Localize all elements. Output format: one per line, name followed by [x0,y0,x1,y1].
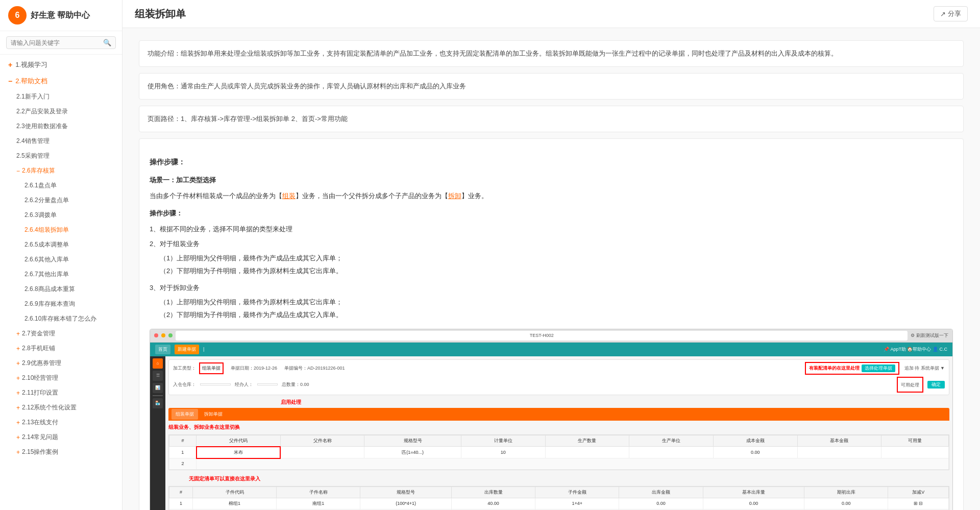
role-block: 使用角色：通常由生产人员或库管人员完成拆装业务的操作，库管人员确认原材料的出库和… [139,73,964,100]
confirm-btn[interactable]: 确定 [927,381,945,388]
store-icon: 🏪 [155,399,160,407]
ops-title: 操作步骤： [150,155,953,169]
app-sidebar-icon2: ☰ [153,371,163,381]
share-icon: ↗ [940,10,946,18]
collapse-icon: − [8,77,12,85]
path-text: 页面路径：1、库存核算->库存管理->组装拆卸单 2、首页->常用功能 [148,115,348,123]
home-icon: ⌂ [157,359,159,367]
sidebar-item-210[interactable]: +2.10经营管理 [0,371,122,385]
share-button[interactable]: ↗ 分享 [934,6,968,21]
th-cost: 成本金额 [713,435,797,447]
td-prod-unit [629,447,714,458]
td-cost: 0.00 [713,447,797,458]
main-area: 组装拆卸单 ↗ 分享 功能介绍：组装拆卸单用来处理企业组装或拆卸等加工业务，支持… [122,0,980,510]
sidebar-item-266[interactable]: 2.6.6其他入库单 [0,252,122,267]
sidebar-item-24[interactable]: 2.4销售管理 [0,134,122,149]
sidebar-item-261[interactable]: 2.6.1盘点单 [0,178,122,193]
sidebar-item-265[interactable]: 2.6.5成本调整单 [0,237,122,252]
minimize-btn-icon [161,333,165,337]
browser-controls: ⚙ 刷新测试版一下 [911,331,948,340]
sub-th-num: # [169,487,193,498]
app-nav-home: 首页 [155,345,170,354]
sidebar-item-25[interactable]: 2.5采购管理 [0,149,122,163]
sub-td-subamt: 1+4+ [535,498,619,509]
sub-td-initout: 0.00 [804,498,888,509]
sidebar-item-212[interactable]: +2.12系统个性化设置 [0,400,122,415]
form-warehouse-row: 入仓仓库： 经办人： 总数量：0.00 可用处理 确定 [173,377,945,393]
app-nav-right: 📌 AppT助 🏠帮助中心 👤 C.C [884,345,947,354]
sidebar-item-28[interactable]: +2.8手机旺铺 [0,341,122,356]
sub-table-header-row: # 子件代码 子件名称 规格型号 出库数量 子件金额 出库金额 基本出库量 [169,487,949,498]
sidebar-item-docs[interactable]: − 2.帮助文档 [0,73,122,89]
annotation3-text: 启用处理 [281,397,301,407]
search-input[interactable] [11,39,103,46]
sub-td-addsub: ⊞ ⊟ [888,498,949,509]
sub-th-subamt: 子件金额 [535,487,619,498]
sub-th-name: 子件名称 [277,487,360,498]
sidebar-item-29[interactable]: +2.9优惠券管理 [0,356,122,371]
scenario1-desc: 当由多个子件材料组装成一个成品的业务为【组装】业务，当由一个父件拆分成多个子产品… [150,190,953,203]
th-spec: 规格型号 [364,435,461,447]
sidebar-item-26[interactable]: −2.6库存核算 [0,163,122,178]
step2-2: （2）下部明细为子件明细，最终作为原材料生成其它出库单。 [150,265,953,278]
sub-th-code: 子件代码 [192,487,276,498]
page-title: 组装拆卸单 [135,7,186,21]
table-row: 1 米布 匹(1=40...) 10 0.00 [169,447,949,458]
sidebar-item-22[interactable]: 2.2产品安装及登录 [0,104,122,119]
form-type-value: 组装单据 [199,362,224,374]
screenshot: TEST-H002 ⚙ 刷新测试版一下 首页 新建单据 | 📌 AppT助 🏠帮… [150,329,953,510]
sidebar-item-263[interactable]: 2.6.3调拨单 [0,208,122,223]
annotation4-row: 无固定清单可以直接在这里录入 [168,472,949,485]
sidebar-item-211[interactable]: +2.11打印设置 [0,385,122,400]
sidebar-item-214[interactable]: +2.14常见问题 [0,430,122,445]
sidebar-item-213[interactable]: +2.13在线支付 [0,415,122,430]
td-available [881,447,949,458]
tab-assembly[interactable]: 组装单据 [172,409,198,420]
sidebar-item-video[interactable]: + 1.视频学习 [0,57,122,73]
app-form-area: 加工类型： 组装单据 单据日期：2019-12-26 单据编号：AD-20191… [165,356,952,510]
sidebar-item-21[interactable]: 2.1新手入门 [0,89,122,104]
warehouse-input[interactable] [200,383,231,385]
close-btn-icon [154,333,158,337]
annotation2-text: 组装业务、拆卸业务在这里切换 [168,424,240,430]
scenario1-title: 场景一：加工类型选择 [150,174,953,187]
th-prod-unit: 生产单位 [629,435,714,447]
list-icon: ☰ [156,372,160,379]
qty-label: 总数量：0.00 [282,380,309,389]
sidebar-item-269[interactable]: 2.6.9库存账本查询 [0,297,122,311]
sidebar-item-264[interactable]: 2.6.4组装拆卸单 [0,223,122,237]
sidebar: 6 好生意 帮助中心 🔍 + 1.视频学习 − 2.帮助文档 2.1新手入门 2… [0,0,122,510]
sidebar-item-262[interactable]: 2.6.2分量盘点单 [0,193,122,208]
app-sidebar-icon1: ⌂ [153,358,163,369]
sidebar-item-2610[interactable]: 2.6.10库存账本错了怎么办 [0,311,122,326]
sub-td-name: 南组1 [277,498,360,509]
sub-th-outamt: 出库金额 [619,487,703,498]
search-wrap[interactable]: 🔍 [6,36,116,49]
step3: 3、对于拆卸业务 [150,282,953,295]
step1: 1、根据不同的业务，选择不同单据的类型来处理 [150,223,953,236]
sidebar-item-27[interactable]: +2.7资金管理 [0,326,122,341]
sidebar-item-267[interactable]: 2.6.7其他出库单 [0,267,122,282]
app-nav-purchase: 新建单据 [175,345,199,354]
annotation1-area: 有装配清单的在这里处理 选择处理单据 [805,362,899,375]
th-base-amt: 基本金额 [797,435,881,447]
sidebar-item-215[interactable]: +2.15操作案例 [0,445,122,459]
person-input[interactable] [257,383,278,385]
sidebar-item-23[interactable]: 2.3使用前数据准备 [0,119,122,134]
app-body: ⌂ ☰ 📊 🏪 [150,356,952,510]
td-base-amt [797,447,881,458]
process-btn[interactable]: 选择处理单据 [862,365,895,372]
app-nav-left: 首页 新建单据 | [155,345,204,354]
browser-url: TEST-H002 [176,331,908,341]
tab-teardown[interactable]: 拆卸单据 [200,409,227,420]
brand-name: 好生意 帮助中心 [31,10,90,21]
role-text: 使用角色：通常由生产人员或库管人员完成拆装业务的操作，库管人员确认原材料的出库和… [148,82,466,90]
step3-2: （2）下部明细为子件明细，最终作为产成品生成其它入库单。 [150,309,953,322]
th-parent-name: 父件名称 [280,435,364,447]
sidebar-item-268[interactable]: 2.6.8商品成本重算 [0,282,122,297]
search-icon[interactable]: 🔍 [103,39,111,46]
app-topbar: 首页 新建单据 | 📌 AppT助 🏠帮助中心 👤 C.C [150,343,952,356]
td-num: 1 [169,447,197,458]
parent-table: # 父件代码 父件名称 规格型号 计量单位 生产数量 生产单位 成本金额 [169,435,949,470]
sub-table-head: # 子件代码 子件名称 规格型号 出库数量 子件金额 出库金额 基本出库量 [169,487,949,498]
